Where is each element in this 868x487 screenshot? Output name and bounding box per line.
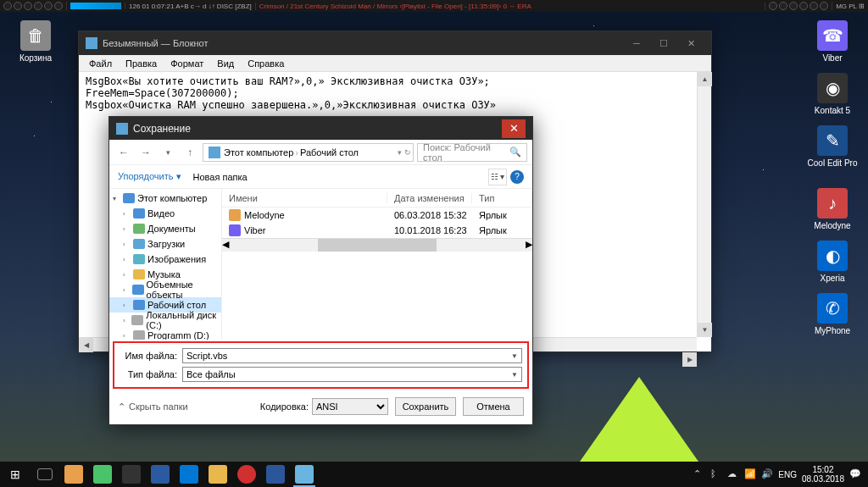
taskbar-app[interactable] [232,462,261,487]
folder-tree: ▾Этот компьютер ›Видео ›Документы ›Загру… [109,189,222,340]
tree-localdisk[interactable]: ›Локальный диск (C:) [109,313,221,328]
tree-pc[interactable]: ▾Этот компьютер [109,191,221,206]
taskbar-app[interactable] [88,462,117,487]
tree-video[interactable]: ›Видео [109,206,221,221]
menu-file[interactable]: Файл [82,57,119,70]
notepad-titlebar[interactable]: Безымянный — Блокнот ─ ☐ ✕ [79,31,711,55]
save-icon [116,123,128,135]
taskbar-app[interactable] [146,462,175,487]
help-button[interactable]: ? [510,170,524,184]
kontakt-icon[interactable]: ◉Kontakt 5 [807,73,858,115]
save-dialog-titlebar[interactable]: Сохранение ✕ [109,117,532,140]
view-button[interactable]: ☷ ▾ [488,169,507,185]
file-icon [229,209,241,221]
taskbar-app[interactable] [203,462,232,487]
tray-chevron-icon[interactable]: ⌃ [693,468,705,480]
notifications-icon[interactable]: 💬 [849,468,861,480]
filename-label: Имя файла: [120,351,177,361]
col-date[interactable]: Дата изменения [387,193,472,203]
tray-bluetooth-icon[interactable]: ᛒ [710,468,722,480]
chevron-down-icon: ⌃ [118,401,125,412]
track-title: Crimson / 21st Century Schizoid Man / Mi… [256,3,765,10]
tree-downloads[interactable]: ›Загрузки [109,236,221,252]
tree-images[interactable]: ›Изображения [109,252,221,267]
notepad-textarea[interactable]: MsgBox«Вы хотите очистить ваш RAM?»,0,» … [79,72,711,114]
notepad-icon [86,37,97,49]
encoding-select[interactable]: ANSI [312,398,388,415]
start-button[interactable]: ⊞ [0,462,31,487]
chevron-down-icon[interactable]: ▼ [511,371,518,379]
recycle-label: Корзина [19,53,52,63]
taskbar-app[interactable] [59,462,88,487]
notepad-menubar: Файл Правка Формат Вид Справка [79,55,711,72]
file-icon [229,224,241,236]
search-input[interactable]: Поиск: Рабочий стол 🔍 [417,143,527,162]
up-button[interactable]: ↑ [181,143,199,162]
address-bar[interactable]: Этот компьютер › Рабочий стол ▾ ↻ [203,143,414,162]
media-player-bar: 126 01 0:07:21 A+B c→ d ↓↑ DISC [ZBZ] Cr… [0,0,868,12]
organize-button[interactable]: Упорядочить ▾ [118,171,181,182]
menu-format[interactable]: Формат [164,57,210,70]
nav-toolbar: ← → ▾ ↑ Этот компьютер › Рабочий стол ▾ … [109,140,532,165]
cooledit-icon[interactable]: ✎Cool Edit Pro [807,125,858,168]
encoding-label: Кодировка: [260,401,309,412]
breadcrumb-desktop[interactable]: Рабочий стол [300,147,359,158]
chevron-down-icon[interactable]: ▼ [511,352,518,360]
dialog-toolbar: Упорядочить ▾ Новая папка ☷ ▾ ? [109,165,532,189]
breadcrumb-pc[interactable]: Этот компьютер [224,147,293,158]
xperia-icon[interactable]: ◐Xperia [807,241,858,283]
maximize-button[interactable]: ☐ [650,34,677,53]
search-placeholder: Поиск: Рабочий стол [423,142,509,163]
tree-3d[interactable]: ›Объемные объекты [109,282,221,297]
taskview-button[interactable] [31,462,59,487]
close-button[interactable]: ✕ [677,34,704,53]
taskbar-app[interactable] [117,462,146,487]
filetype-select[interactable]: Все файлы▼ [182,367,522,382]
scrollbar-vertical[interactable]: ▲▼ [697,72,711,337]
menu-edit[interactable]: Правка [119,57,164,70]
myphone-icon[interactable]: ✆MyPhone [807,293,858,335]
clock[interactable]: 15:02 08.03.2018 [802,465,844,484]
list-item[interactable]: Viber 10.01.2018 16:23 Ярлык [222,223,532,238]
file-list: Имени Дата изменения Тип Melodyne 06.03.… [222,189,532,340]
taskbar-app[interactable] [175,462,203,487]
tray-network-icon[interactable]: 📶 [744,468,756,480]
recent-button[interactable]: ▾ [159,143,177,162]
minimize-button[interactable]: ─ [623,34,650,53]
highlighted-fields: Имя файла: Script.vbs▼ Тип файла: Все фа… [113,341,529,389]
filename-input[interactable]: Script.vbs▼ [182,348,522,363]
back-button[interactable]: ← [114,143,133,162]
viber-icon[interactable]: ☎Viber [807,20,858,63]
menu-view[interactable]: Вид [210,57,241,70]
track-info: 126 01 0:07:21 A+B c→ d ↓↑ DISC [ZBZ] [125,3,256,10]
menu-help[interactable]: Справка [241,57,291,70]
melodyne-icon[interactable]: ♪Melodyne [807,188,858,230]
tree-documents[interactable]: ›Документы [109,221,221,236]
tree-programm[interactable]: ›Programm (D:) [109,328,221,340]
language-indicator[interactable]: ENG [778,470,797,479]
tray-volume-icon[interactable]: 🔊 [761,468,773,480]
filetype-label: Тип файла: [120,369,177,379]
save-dialog-title: Сохранение [133,123,191,135]
save-dialog: Сохранение ✕ ← → ▾ ↑ Этот компьютер › Ра… [108,116,533,425]
taskbar: ⊞ ⌃ ᛒ ☁ 📶 🔊 ENG 15:02 08.03.2018 💬 [0,462,868,487]
forward-button[interactable]: → [136,143,155,162]
close-button[interactable]: ✕ [502,119,526,138]
save-button[interactable]: Сохранить [395,397,456,416]
list-item[interactable]: Melodyne 06.03.2018 15:32 Ярлык [222,208,532,223]
taskbar-notepad[interactable] [290,462,319,487]
hide-folders-button[interactable]: ⌃Скрыть папки [118,401,188,412]
notepad-title-text: Безымянный — Блокнот [103,38,208,48]
tray-onedrive-icon[interactable]: ☁ [727,468,739,480]
search-icon: 🔍 [509,147,521,158]
recycle-bin-icon[interactable]: 🗑Корзина [10,20,61,63]
new-folder-button[interactable]: Новая папка [193,172,248,182]
cancel-button[interactable]: Отмена [463,397,524,416]
taskbar-app[interactable] [261,462,290,487]
pc-icon [209,147,220,158]
col-name[interactable]: Имени [222,193,387,203]
col-type[interactable]: Тип [472,193,532,203]
list-scrollbar[interactable]: ◀▶ [222,238,532,252]
